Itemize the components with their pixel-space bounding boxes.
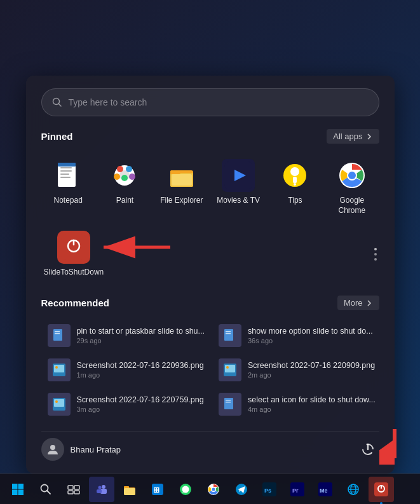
taskbar-chrome-button[interactable] <box>201 477 226 502</box>
taskbar-premiere-button[interactable]: Pr <box>285 477 310 502</box>
taskbar-search-button[interactable] <box>33 477 58 502</box>
svg-rect-37 <box>226 331 231 332</box>
rec-time-3: 2m ago <box>248 371 376 379</box>
svg-rect-28 <box>61 235 86 260</box>
taskbar-shutdown-icon <box>374 482 388 496</box>
svg-rect-6 <box>60 177 71 178</box>
store-icon: ⊞ <box>151 482 165 496</box>
recommended-grid: pin to start or ptaskbar slide to shu...… <box>41 319 379 421</box>
svg-rect-56 <box>12 489 18 495</box>
google-chrome-label: Google Chrome <box>327 196 376 215</box>
svg-point-64 <box>102 485 105 489</box>
user-avatar <box>41 438 64 461</box>
svg-rect-50 <box>226 402 231 403</box>
svg-point-24 <box>294 183 296 186</box>
svg-rect-63 <box>74 491 79 494</box>
taskbar: ⊞ <box>0 473 420 504</box>
svg-point-66 <box>98 486 102 489</box>
taskbar-whatsapp-button[interactable] <box>173 477 198 502</box>
paint-label: Paint <box>116 196 133 206</box>
user-info[interactable]: Bhanu Pratap <box>41 438 121 461</box>
rec-item-4[interactable]: Screenshot 2022-07-16 220759.png 3m ago <box>41 388 212 421</box>
svg-line-1 <box>58 104 61 107</box>
slide-shutdown-icon <box>57 231 90 264</box>
svg-point-44 <box>226 366 229 369</box>
app-google-chrome[interactable]: Google Chrome <box>325 154 379 221</box>
taskbar-start-button[interactable] <box>5 477 30 502</box>
tips-icon <box>278 159 311 192</box>
taskbar-store-button[interactable]: ⊞ <box>145 477 170 502</box>
svg-point-27 <box>348 172 356 179</box>
taskbar-search-icon <box>39 483 52 496</box>
rec-time-2: 1m ago <box>77 371 205 379</box>
app-file-explorer[interactable]: File Explorer <box>154 154 208 221</box>
rec-thumb-1 <box>219 324 241 347</box>
taskbar-media-encoder-button[interactable]: Me <box>313 477 338 502</box>
rec-item-3[interactable]: Screenshot 2022-07-16 220909.png 2m ago <box>212 353 382 386</box>
svg-line-59 <box>47 491 50 494</box>
file-explorer-icon <box>165 159 198 192</box>
taskbar-photoshop-button[interactable]: Ps <box>257 477 282 502</box>
rec-time-4: 3m ago <box>77 405 205 413</box>
svg-text:Me: Me <box>320 487 328 494</box>
rec-item-1[interactable]: show more option slide to shut do... 36s… <box>212 319 382 352</box>
task-view-icon <box>67 483 80 496</box>
svg-point-14 <box>129 174 135 180</box>
user-name: Bhanu Pratap <box>71 445 121 454</box>
svg-rect-61 <box>74 486 79 489</box>
search-bar[interactable]: Type here to search <box>41 88 379 116</box>
taskbar-folder-icon <box>123 482 137 496</box>
svg-text:Ps: Ps <box>264 487 271 494</box>
rec-time-1: 36s ago <box>248 337 376 344</box>
media-encoder-icon: Me <box>318 482 332 496</box>
teams-icon <box>95 482 109 496</box>
taskbar-shutdown-button[interactable] <box>369 477 394 502</box>
pinned-title: Pinned <box>41 131 73 142</box>
search-placeholder: Type here to search <box>69 97 147 107</box>
tips-label: Tips <box>288 196 302 206</box>
taskbar-taskview-button[interactable] <box>61 477 86 502</box>
rec-info-1: show more option slide to shut do... 36s… <box>248 327 376 344</box>
taskbar-teams-button[interactable] <box>89 477 114 502</box>
svg-rect-38 <box>226 333 231 334</box>
app-tips[interactable]: Tips <box>268 154 322 221</box>
svg-rect-60 <box>68 486 73 489</box>
svg-rect-89 <box>374 482 388 496</box>
svg-point-41 <box>55 366 58 369</box>
search-icon <box>52 97 62 107</box>
rec-thumb-4 <box>48 393 71 416</box>
all-apps-button[interactable]: All apps <box>327 129 379 144</box>
power-button[interactable] <box>356 438 379 461</box>
movies-tv-label: Movies & TV <box>217 196 260 206</box>
chevron-right-icon <box>365 133 373 140</box>
rec-item-5[interactable]: select an icon for slide to shut dow... … <box>212 388 382 421</box>
svg-point-22 <box>290 167 299 176</box>
svg-rect-54 <box>12 484 18 489</box>
svg-rect-3 <box>60 167 72 168</box>
taskbar-ie-button[interactable] <box>341 477 366 502</box>
pinned-grid-row1: Notepad Paint <box>41 154 379 221</box>
app-notepad[interactable]: Notepad <box>41 154 95 221</box>
svg-rect-34 <box>55 331 60 332</box>
rec-info-3: Screenshot 2022-07-16 220909.png 2m ago <box>248 361 376 379</box>
rec-thumb-2 <box>48 358 71 381</box>
taskbar-chrome-icon <box>207 482 220 496</box>
active-indicator <box>380 502 383 505</box>
svg-rect-35 <box>55 333 60 334</box>
google-chrome-icon <box>335 159 369 192</box>
svg-rect-70 <box>124 488 135 495</box>
svg-text:⊞: ⊞ <box>153 486 159 494</box>
svg-point-11 <box>126 166 132 172</box>
rec-item-2[interactable]: Screenshot 2022-07-16 220936.png 1m ago <box>41 353 212 386</box>
taskbar-telegram-button[interactable] <box>229 477 254 502</box>
rec-time-5: 4m ago <box>248 405 376 413</box>
all-apps-label: All apps <box>333 132 362 141</box>
svg-point-10 <box>117 166 123 172</box>
rec-item-0[interactable]: pin to start or ptaskbar slide to shu...… <box>41 319 212 352</box>
svg-rect-48 <box>224 398 233 409</box>
user-row: Bhanu Pratap <box>41 431 379 461</box>
app-movies-tv[interactable]: Movies & TV <box>212 154 266 221</box>
app-paint[interactable]: Paint <box>98 154 152 221</box>
more-button[interactable]: More <box>337 296 379 310</box>
taskbar-explorer-button[interactable] <box>117 477 142 502</box>
